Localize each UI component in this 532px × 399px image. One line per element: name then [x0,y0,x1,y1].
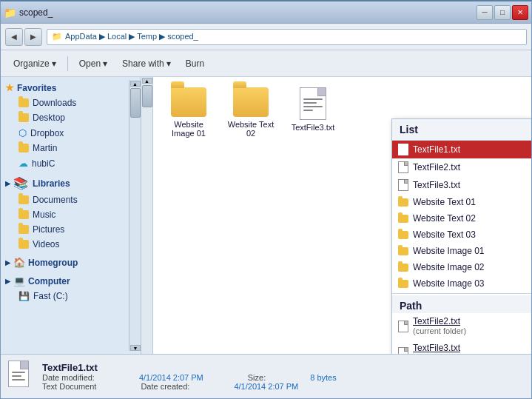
date-modified-value: 4/1/2014 2:07 PM [139,373,203,382]
minimize-button[interactable]: ─ [477,5,493,20]
status-meta-row1: Date modified: 4/1/2014 2:07 PM Size: 8 … [42,373,524,382]
sidebar-item-downloads[interactable]: Downloads [1,95,129,110]
main-area: ★ Favorites Downloads Desktop ⬡ [1,77,531,354]
hubic-label: hubiC [32,158,55,169]
forward-button[interactable]: ▶ [24,28,42,46]
sidebar-item-pictures[interactable]: Pictures [1,222,129,237]
sidebar-scrollbar[interactable]: ▲ ▼ [129,80,141,351]
videos-label: Videos [33,239,59,249]
item-label-6: Website Text 03 [413,229,476,240]
open-label: Open [79,58,101,69]
path-item-sub-2: (current folder) [413,353,466,354]
dropdown-item-website-image-03[interactable]: Website Image 03 [392,275,531,292]
sidebar-item-dropbox[interactable]: ⬡ Dropbox [1,125,129,141]
path-item-textfile3[interactable]: TextFile3.txt (current folder) [392,340,531,354]
folder-icon-5 [398,264,408,272]
favorites-label: Favorites [17,83,56,93]
music-label: Music [33,209,55,220]
dropdown-item-website-text-02[interactable]: Website Text 02 [392,210,531,227]
downloads-label: Downloads [33,98,76,108]
close-button[interactable]: ✕ [512,5,528,20]
dropdown-item-textfile1[interactable]: TextFile1.txt [392,141,531,158]
documents-folder-icon [18,195,29,204]
organize-button[interactable]: Organize ▾ [7,53,63,74]
path-item-content-1: TextFile2.txt (current folder) [413,316,466,337]
dropdown-divider [392,293,531,294]
dropdown-item-website-image-01[interactable]: Website Image 01 [392,243,531,259]
path-item-sub-1: (current folder) [413,326,466,337]
sidebar-item-videos[interactable]: Videos [1,237,129,252]
item-label: TextFile1.txt [413,144,460,155]
file-item-website-text-02[interactable]: Website Text 02 [221,83,280,142]
size-value: 8 bytes [310,373,336,382]
dropdown-item-textfile3[interactable]: TextFile3.txt [392,176,531,194]
file-item-website-image-01[interactable]: Website Image 01 [159,83,218,142]
item-label-4: Website Text 01 [413,197,476,207]
open-button[interactable]: Open ▾ [73,53,114,74]
nav-buttons: ◀ ▶ [5,28,42,46]
file-scrollbar[interactable]: ▲ ▼ [141,77,153,354]
maximize-button[interactable]: □ [494,5,511,20]
path-item-textfile2[interactable]: TextFile2.txt (current folder) [392,313,531,340]
list-title: List [400,124,418,135]
file-item-textfile3[interactable]: TextFile3.txt [283,83,343,142]
martin-label: Martin [33,143,57,153]
desktop-folder-icon [18,113,29,122]
pictures-label: Pictures [33,224,64,235]
homegroup-header[interactable]: ▶ 🏠 Homegroup [1,255,129,270]
back-button[interactable]: ◀ [5,28,23,46]
dropdown-item-website-text-03[interactable]: Website Text 03 [392,227,531,243]
path-txt-icon-1 [398,321,408,332]
videos-folder-icon [18,240,29,249]
status-txt-icon [8,361,29,387]
dropdown-item-website-image-02[interactable]: Website Image 02 [392,259,531,275]
dropdown-item-textfile2[interactable]: TextFile2.txt [392,158,531,176]
sidebar-item-desktop[interactable]: Desktop [1,110,129,125]
file-label-2: Website Text 02 [226,120,276,138]
libraries-header[interactable]: ▶ 📚 Libraries [1,174,129,192]
size-label: Size: [248,373,266,382]
libraries-section: ▶ 📚 Libraries Documents Music [1,174,129,252]
sidebar-item-hubic[interactable]: ☁ hubiC [1,155,129,171]
sidebar-item-martin[interactable]: Martin [1,141,129,155]
dropdown-path-header: Path 100+ [392,295,531,313]
dropbox-label: Dropbox [30,128,64,138]
path-item-content-2: TextFile3.txt (current folder) [413,343,466,354]
breadcrumb[interactable]: 📁 AppData ▶ Local ▶ Temp ▶ scoped_ [47,29,527,45]
share-chevron-icon: ▾ [166,58,171,69]
item-label-7: Website Image 01 [413,246,485,256]
computer-expand-icon: ▶ [5,278,10,285]
computer-section: ▶ 💻 Computer 💾 Fast (C:) [1,273,129,304]
burn-button[interactable]: Burn [179,53,211,74]
libraries-label: Libraries [33,178,70,189]
organize-chevron-icon: ▾ [52,58,56,69]
computer-header[interactable]: ▶ 💻 Computer [1,273,129,289]
favorites-header[interactable]: ★ Favorites [1,80,129,95]
path-item-name-2: TextFile3.txt [413,343,466,353]
item-label-5: Website Text 02 [413,213,476,224]
drive-c-label: Fast (C:) [33,291,68,301]
file-label: Website Image 01 [164,120,214,138]
folder-icon-3 [398,231,408,239]
status-bar: TextFile1.txt Date modified: 4/1/2014 2:… [1,354,531,398]
drive-icon: 💾 [18,291,30,301]
music-folder-icon [18,210,29,219]
toolbar: Organize ▾ Open ▾ Share with ▾ Burn [1,50,531,77]
folder-icon-1 [398,198,408,207]
txt-icon-2 [398,161,408,173]
dropdown-item-website-text-01[interactable]: Website Text 01 [392,194,531,210]
folder-icon-6 [398,280,408,288]
share-with-button[interactable]: Share with ▾ [115,53,178,74]
main-window: 📁 scoped_ ─ □ ✕ ◀ ▶ 📁 AppData ▶ Local ▶ … [0,0,532,399]
breadcrumb-icon: 📁 [52,32,62,41]
status-filename: TextFile1.txt [42,362,524,373]
sidebar-item-documents[interactable]: Documents [1,192,129,207]
pictures-folder-icon [18,225,29,234]
status-file-icon [8,361,35,393]
toolbar-separator-1 [67,56,68,71]
folder-large-icon [171,87,206,117]
sidebar-item-drive-c[interactable]: 💾 Fast (C:) [1,289,129,304]
computer-label: Computer [28,276,70,286]
sidebar-item-music[interactable]: Music [1,207,129,222]
file-label-3: TextFile3.txt [292,123,335,132]
